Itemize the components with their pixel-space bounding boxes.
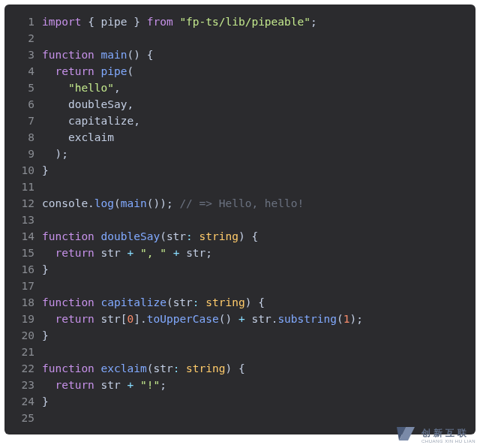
code-block: 1 import { pipe } from "fp-ts/lib/pipeab… [4,5,476,434]
keyword: import [42,16,81,28]
punct: ( [128,65,134,77]
punct: } [134,16,140,28]
line-number: 1 [15,14,34,30]
punct: ; [62,148,68,160]
identifier: pipe [101,16,128,28]
punct: [ [121,313,128,325]
punct: : [193,296,200,308]
punct: ) [225,362,232,374]
punct: , [134,115,140,127]
identifier: str [101,247,121,259]
code-line: 19 return str[0].toUpperCase() + str.sub… [15,311,465,327]
punct: ; [160,379,166,391]
string: "hello" [68,82,114,94]
punct: { [88,16,94,28]
line-number: 2 [15,30,34,47]
parameter: str [173,296,193,308]
code-line: 6 doubleSay, [15,96,465,113]
code-line: 9 ); [15,146,465,162]
code-line: 21 [15,344,465,360]
operator: + [128,379,134,391]
punct: ( [219,313,226,325]
function-name: main [101,49,128,61]
punct: ; [166,197,173,209]
keyword: return [55,379,94,391]
line-number: 23 [15,377,34,393]
line-number: 4 [15,63,34,80]
string: "fp-ts/lib/pipeable" [179,16,310,28]
code-line: 5 "hello", [15,80,465,96]
string: "!" [140,379,160,391]
code-line: 11 [15,179,465,195]
keyword: function [42,362,94,374]
line-number: 21 [15,344,34,360]
keyword: from [147,16,173,28]
parameter: str [166,230,186,242]
code-line: 15 return str + ", " + str; [15,245,465,261]
line-number: 13 [15,212,34,228]
code-line: 20 } [15,327,465,344]
code-line: 3 function main() { [15,47,465,63]
punct: ; [206,247,212,259]
punct: { [258,296,265,308]
punct: } [42,263,49,275]
line-number: 10 [15,162,34,179]
punct: } [42,329,49,341]
punct: { [251,230,258,242]
punct: ( [160,230,166,242]
identifier: exclaim [68,131,114,143]
code-line: 2 [15,30,465,47]
line-number: 20 [15,327,34,344]
punct: ) [350,313,356,325]
punct: ] [134,313,140,325]
function-call: substring [278,313,337,325]
code-line: 23 return str + "!"; [15,377,465,393]
watermark: 创新互联 CHUANG XIN HU LIAN [394,425,476,447]
function-name: doubleSay [101,230,160,242]
line-number: 19 [15,311,34,327]
keyword: function [42,230,94,242]
code-line: 8 exclaim [15,129,465,146]
code-line: 18 function capitalize(str: string) { [15,294,465,311]
function-call: pipe [101,65,128,77]
code-line: 17 [15,278,465,294]
code-line: 16 } [15,261,465,278]
operator: + [238,313,245,325]
punct: ) [134,49,140,61]
punct: ; [356,313,363,325]
punct: : [186,230,193,242]
operator: + [128,247,134,259]
code-line: 25 [15,410,465,426]
identifier: str [251,313,271,325]
identifier: str [101,379,121,391]
line-number: 9 [15,146,34,162]
line-number: 5 [15,80,34,96]
code-line: 24 } [15,393,465,410]
punct: } [42,164,49,176]
punct: ( [337,313,344,325]
punct: ) [160,197,166,209]
identifier: capitalize [68,115,134,127]
keyword: return [55,65,94,77]
function-name: capitalize [101,296,166,308]
function-call: log [94,197,114,209]
keyword: return [55,247,94,259]
function-call: toUpperCase [147,313,219,325]
number: 0 [128,313,134,325]
type: string [206,296,244,308]
type: string [200,230,238,242]
punct: , [128,98,134,110]
code-line: 10 } [15,162,465,179]
code-line: 22 function exclaim(str: string) { [15,360,465,377]
comment: // => Hello, hello! [179,197,304,209]
line-number: 15 [15,245,34,261]
line-number: 22 [15,360,34,377]
line-number: 12 [15,195,34,212]
identifier: str [101,313,121,325]
punct: ( [114,197,121,209]
type: string [186,362,225,374]
punct: ; [310,16,317,28]
punct: ) [226,313,232,325]
code-line: 13 [15,212,465,228]
line-number: 6 [15,96,34,113]
